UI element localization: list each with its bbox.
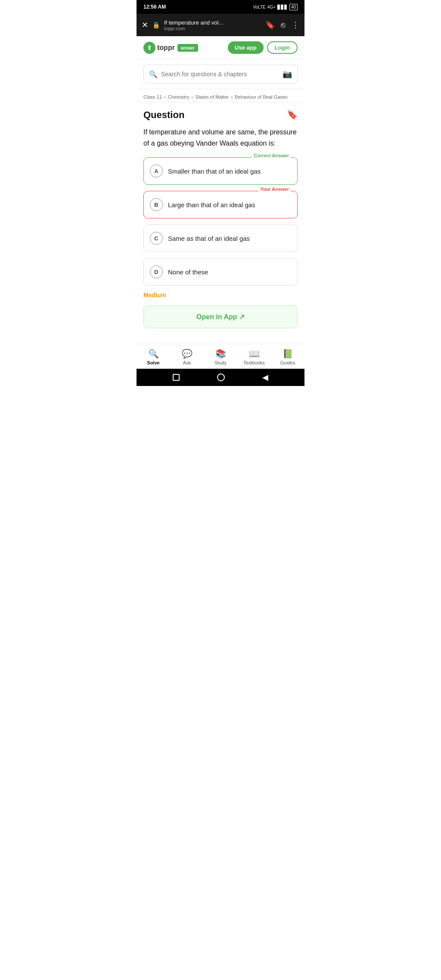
android-navigation-bar: ◀ [137, 369, 304, 386]
question-text: If temperature and volume are same, the … [143, 127, 298, 149]
breadcrumb-chapter[interactable]: States of Matter [196, 94, 229, 100]
bookmark-icon[interactable]: 🔖 [287, 109, 298, 120]
nav-solve[interactable]: 🔍 Solve [140, 348, 166, 365]
breadcrumb-sep-3: » [230, 94, 233, 100]
app-header: ⬆ toppr answr Use app Login [137, 36, 304, 59]
android-back-button[interactable]: ◀ [262, 373, 268, 382]
search-input[interactable] [161, 71, 279, 78]
study-icon: 📚 [215, 348, 226, 359]
browser-bar: ✕ 🔒 If temperature and vol... toppr.com … [137, 14, 304, 36]
guides-label: Guides [280, 360, 295, 365]
ask-icon: 💬 [182, 348, 193, 359]
option-b-wrapper: Your Answer B Large than that of an idea… [143, 191, 298, 218]
android-recents-button[interactable] [173, 374, 180, 381]
solve-label: Solve [147, 360, 159, 365]
option-d-text: None of these [168, 268, 208, 276]
search-bar[interactable]: 🔍 📷 [143, 65, 298, 84]
browser-actions: 🔖 ⎋ ⋮ [265, 20, 299, 30]
toppr-logo: ⬆ toppr [143, 42, 175, 54]
option-b[interactable]: B Large than that of an ideal gas [143, 191, 298, 218]
lock-icon: 🔒 [152, 22, 160, 28]
option-b-text: Large than that of an ideal gas [168, 201, 255, 208]
search-section: 🔍 📷 [137, 59, 304, 89]
difficulty-label: Medium [143, 292, 298, 299]
breadcrumb-topic[interactable]: Behaviour of Real Gases [235, 94, 287, 100]
breadcrumb-sep-1: » [164, 94, 166, 100]
breadcrumb-subject[interactable]: Chemistry [168, 94, 189, 100]
search-icon: 🔍 [149, 70, 158, 78]
status-bar: 12:56 AM VoLTE 4G+ ▊▊▊ 40 [137, 0, 304, 14]
status-icons: VoLTE 4G+ ▊▊▊ 40 [253, 4, 298, 10]
browser-close-button[interactable]: ✕ [142, 20, 148, 30]
battery-indicator: 40 [289, 4, 298, 10]
option-a-letter: A [150, 165, 163, 177]
breadcrumb: Class 11 » Chemistry » States of Matter … [137, 89, 304, 103]
network-indicator: VoLTE [253, 5, 265, 9]
ask-label: Ask [183, 360, 191, 365]
textbooks-label: Textbooks [243, 360, 265, 365]
more-icon[interactable]: ⋮ [292, 20, 299, 30]
textbooks-icon: 📖 [249, 348, 260, 359]
main-content: Question 🔖 If temperature and volume are… [137, 103, 304, 344]
nav-ask[interactable]: 💬 Ask [174, 348, 200, 365]
your-answer-label: Your Answer [258, 187, 291, 192]
share-icon[interactable]: ⎋ [281, 21, 286, 30]
browser-title-block: If temperature and vol... toppr.com [164, 19, 261, 31]
signal-bars: ▊▊▊ [277, 5, 288, 9]
login-button[interactable]: Login [267, 41, 298, 54]
option-d-letter: D [150, 265, 163, 278]
open-in-app-text: Open in App ↗ [196, 313, 245, 320]
header-buttons: Use app Login [228, 41, 298, 54]
signal-strength: 4G+ [267, 5, 276, 9]
camera-icon[interactable]: 📷 [283, 69, 292, 79]
bottom-nav: 🔍 Solve 💬 Ask 📚 Study 📖 Textbooks 📗 Guid… [137, 344, 304, 369]
android-home-button[interactable] [217, 373, 225, 381]
toppr-icon: ⬆ [143, 42, 155, 54]
nav-study[interactable]: 📚 Study [208, 348, 233, 365]
option-b-letter: B [150, 198, 163, 211]
toppr-wordmark: toppr [157, 44, 175, 52]
option-a-text: Smaller than that of an ideal gas [168, 168, 261, 175]
option-c-wrapper: C Same as that of an ideal gas [143, 224, 298, 252]
open-in-app-button[interactable]: Open in App ↗ [143, 305, 298, 328]
browser-title: If temperature and vol... [164, 19, 261, 26]
option-c-text: Same as that of an ideal gas [168, 235, 250, 242]
browser-url: toppr.com [164, 26, 261, 31]
bookmark-browser-icon[interactable]: 🔖 [265, 20, 275, 30]
option-d[interactable]: D None of these [143, 258, 298, 286]
breadcrumb-sep-2: » [191, 94, 193, 100]
use-app-button[interactable]: Use app [228, 41, 264, 54]
question-title: Question [143, 109, 184, 121]
answr-badge: answr [177, 44, 198, 52]
option-d-wrapper: D None of these [143, 258, 298, 286]
breadcrumb-class[interactable]: Class 11 [143, 94, 162, 100]
nav-textbooks[interactable]: 📖 Textbooks [241, 348, 267, 365]
correct-answer-label: Correct Answer [252, 153, 291, 158]
option-a[interactable]: A Smaller than that of an ideal gas [143, 157, 298, 185]
solve-icon: 🔍 [148, 348, 159, 359]
logo-area: ⬆ toppr answr [143, 42, 198, 54]
status-time: 12:56 AM [143, 4, 166, 10]
option-c[interactable]: C Same as that of an ideal gas [143, 224, 298, 252]
question-header: Question 🔖 [143, 109, 298, 121]
guides-icon: 📗 [283, 348, 293, 359]
nav-guides[interactable]: 📗 Guides [275, 348, 301, 365]
option-a-wrapper: Correct Answer A Smaller than that of an… [143, 157, 298, 185]
option-c-letter: C [150, 232, 163, 245]
study-label: Study [214, 360, 227, 365]
